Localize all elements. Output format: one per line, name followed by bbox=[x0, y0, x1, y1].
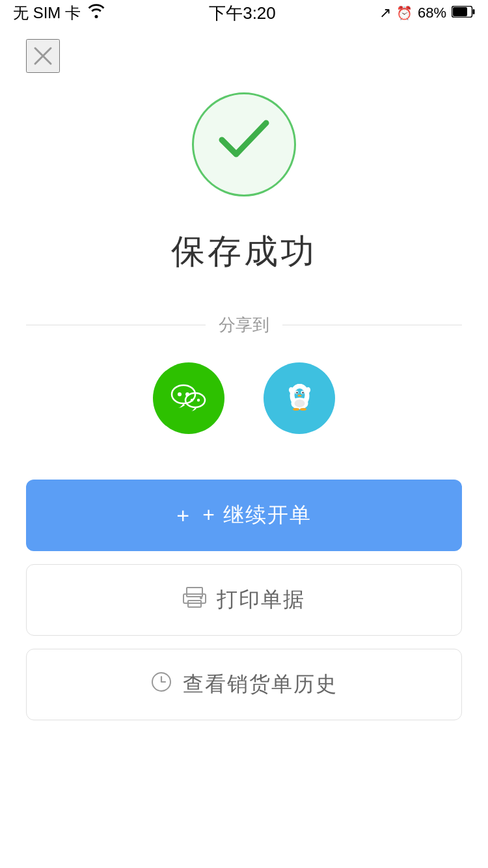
svg-point-10 bbox=[197, 398, 199, 401]
plus-icon: + bbox=[176, 503, 189, 528]
checkmark-icon bbox=[218, 116, 270, 169]
qq-share-button[interactable] bbox=[264, 362, 335, 434]
history-button[interactable]: 查看销货单历史 bbox=[26, 649, 462, 720]
svg-rect-2 bbox=[453, 7, 467, 16]
print-button[interactable]: 打印单据 bbox=[26, 564, 462, 636]
svg-point-29 bbox=[200, 597, 202, 599]
status-right: ↗ ⏰ 68% bbox=[379, 5, 475, 21]
wifi-icon bbox=[87, 4, 105, 22]
battery-label: 68% bbox=[418, 5, 446, 21]
status-bar: 无 SIM 卡 下午3:20 ↗ ⏰ 68% bbox=[0, 0, 488, 26]
svg-point-17 bbox=[296, 392, 297, 393]
svg-point-22 bbox=[293, 408, 299, 411]
share-divider: 分享到 bbox=[26, 314, 462, 336]
success-icon-circle bbox=[192, 92, 296, 197]
location-icon: ↗ bbox=[379, 5, 391, 21]
close-button[interactable] bbox=[26, 39, 60, 73]
print-label: 打印单据 bbox=[217, 586, 305, 614]
no-sim-label: 无 SIM 卡 bbox=[13, 3, 81, 23]
svg-point-9 bbox=[190, 398, 193, 401]
divider-line-left bbox=[26, 325, 206, 325]
status-left: 无 SIM 卡 bbox=[13, 3, 105, 23]
close-icon bbox=[33, 46, 53, 66]
share-icons-row bbox=[153, 362, 335, 434]
svg-point-6 bbox=[178, 392, 182, 396]
history-label: 查看销货单历史 bbox=[183, 670, 338, 699]
svg-point-18 bbox=[302, 392, 303, 393]
battery-icon bbox=[452, 5, 475, 21]
alarm-icon: ⏰ bbox=[396, 5, 413, 21]
success-title: 保存成功 bbox=[171, 229, 317, 275]
svg-point-21 bbox=[294, 400, 305, 407]
svg-rect-1 bbox=[472, 9, 474, 14]
divider-line-right bbox=[282, 325, 462, 325]
wechat-icon bbox=[168, 377, 210, 420]
svg-point-19 bbox=[297, 394, 301, 396]
main-content: 保存成功 分享到 bbox=[0, 26, 488, 868]
svg-rect-26 bbox=[187, 588, 202, 597]
action-buttons: + + 继续开单 打印单据 查看销货单历史 bbox=[26, 480, 462, 720]
history-icon bbox=[150, 671, 172, 698]
continue-order-button[interactable]: + + 继续开单 bbox=[26, 480, 462, 551]
share-label: 分享到 bbox=[206, 314, 282, 336]
continue-order-label: + 继续开单 bbox=[202, 501, 312, 530]
svg-point-23 bbox=[300, 408, 306, 411]
wechat-share-button[interactable] bbox=[153, 362, 224, 434]
qq-icon bbox=[278, 377, 321, 420]
print-icon bbox=[183, 587, 206, 613]
status-time: 下午3:20 bbox=[209, 2, 276, 25]
